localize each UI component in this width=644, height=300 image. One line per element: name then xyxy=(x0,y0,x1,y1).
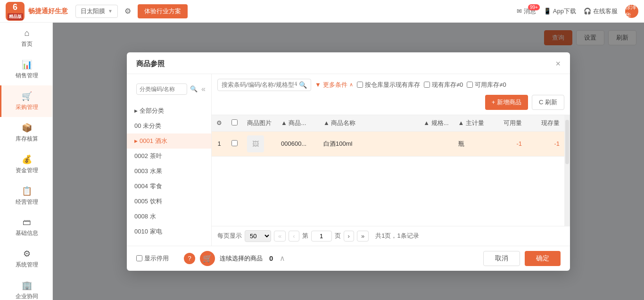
modal-title: 商品参照 xyxy=(136,59,165,68)
sidebar-label-system: 系统管理 xyxy=(16,261,38,269)
col-avail-header: 可用量 xyxy=(489,115,527,132)
filter-icon: ▼ xyxy=(315,81,321,88)
table-scrollbar[interactable] xyxy=(564,115,570,226)
cat-item-0008[interactable]: 0008 水 xyxy=(127,209,211,224)
page-suffix-label: 页 xyxy=(335,232,341,240)
category-panel-header: 🔍 « xyxy=(127,78,211,100)
product-search-icon[interactable]: 🔍 xyxy=(299,81,307,89)
col-name-header: ▲ 商品名称 xyxy=(319,115,419,132)
cat-item-00[interactable]: 00 未分类 xyxy=(127,118,211,133)
message-icon: ✉ xyxy=(517,8,522,15)
sidebar-label-home: 首页 xyxy=(21,40,33,48)
logo: 6 精品版 xyxy=(6,2,25,21)
sidebar-item-purchase[interactable]: 🛒 采购管理 xyxy=(0,85,52,117)
warehouse-checkbox[interactable] xyxy=(357,82,363,88)
cat-item-0001[interactable]: ▶ 0001 酒水 xyxy=(127,133,211,149)
cat-item-0005[interactable]: 0005 饮料 xyxy=(127,194,211,209)
modal-overlay: 商品参照 × 🔍 « xyxy=(53,23,644,300)
prev-page-button[interactable]: ‹ xyxy=(289,231,299,242)
cart-button[interactable]: 🛒 xyxy=(200,251,215,266)
product-panel: 🔍 ▼ 更多条件 ∧ 按仓库显示现有库存 xyxy=(212,74,570,246)
content-area: 查询 设置 刷新 商品参照 × xyxy=(53,23,644,300)
modal-footer: 显示停用 ? 🛒 连续选择的商品 0 ∧ 取消 确定 xyxy=(127,246,570,271)
sidebar-item-ops[interactable]: 📋 经营管理 xyxy=(0,180,52,212)
cat-item-0002[interactable]: 0002 茶叶 xyxy=(127,149,211,164)
stock-checkbox-label[interactable]: 现有库存≠0 xyxy=(424,81,463,89)
row-checkbox[interactable] xyxy=(231,140,238,146)
avail-checkbox[interactable] xyxy=(467,82,473,88)
user-avatar[interactable]: 徐泽华 xyxy=(625,5,638,18)
confirm-button[interactable]: 确定 xyxy=(525,251,561,266)
cell-stock: -1 xyxy=(527,131,564,156)
service-button[interactable]: 🎧 在线客服 xyxy=(584,7,618,16)
warehouse-checkbox-label[interactable]: 按仓库显示现有库存 xyxy=(357,81,420,89)
add-product-button[interactable]: + 新增商品 xyxy=(485,95,528,110)
sidebar-label-ops: 经营管理 xyxy=(16,198,38,206)
sidebar-item-home[interactable]: ⌂ 首页 xyxy=(0,23,52,54)
footer-collapse-button[interactable]: ∧ xyxy=(280,254,285,263)
table-scrollbar-thumb[interactable] xyxy=(565,120,569,164)
category-search: 🔍 xyxy=(132,81,201,98)
category-search-input[interactable] xyxy=(136,83,187,95)
base-icon: 🗃 xyxy=(23,217,31,227)
sales-icon: 📊 xyxy=(22,59,32,70)
product-modal: 商品参照 × 🔍 « xyxy=(127,52,570,271)
main-layout: ⌂ 首页 📊 销售管理 🛒 采购管理 📦 库存核算 💰 资金管理 📋 经营管理 … xyxy=(0,23,644,300)
sidebar-item-inventory[interactable]: 📦 库存核算 xyxy=(0,117,52,149)
product-search-input[interactable] xyxy=(222,81,297,88)
sidebar-label-finance: 资金管理 xyxy=(16,167,38,175)
footer-cart-section: ? 🛒 连续选择的商品 0 ∧ xyxy=(184,251,285,266)
show-disabled-label[interactable]: 显示停用 xyxy=(136,254,169,263)
col-spec-header: ▲ 规格... xyxy=(419,115,453,132)
select-all-checkbox[interactable] xyxy=(231,119,238,125)
first-page-button[interactable]: « xyxy=(274,231,286,242)
category-list: ▶ 全部分类 00 未分类 ▶ 0001 酒水 0002 茶 xyxy=(127,100,211,242)
cat-item-0003[interactable]: 0003 水果 xyxy=(127,164,211,179)
cat-item-0004[interactable]: 0004 零食 xyxy=(127,179,211,194)
product-image: 🖼 xyxy=(247,135,264,152)
cell-unit: 瓶 xyxy=(454,131,489,156)
per-page-select[interactable]: 50 100 200 xyxy=(245,230,271,242)
cell-spec xyxy=(419,131,453,156)
home-icon: ⌂ xyxy=(25,28,30,38)
headset-icon: 🎧 xyxy=(584,8,591,15)
selected-label: 连续选择的商品 xyxy=(220,254,263,263)
sidebar-item-base[interactable]: 🗃 基础信息 xyxy=(0,212,52,243)
category-search-icon[interactable]: 🔍 xyxy=(190,85,198,92)
category-collapse-button[interactable]: « xyxy=(201,85,206,93)
last-page-button[interactable]: » xyxy=(357,231,369,242)
sidebar-item-corp[interactable]: 🏢 企业协同 xyxy=(0,275,52,300)
table-row[interactable]: 1 🖼 xyxy=(212,131,564,156)
per-page-label: 每页显示 xyxy=(217,232,242,240)
page-input[interactable] xyxy=(311,231,332,242)
cat-item-0010[interactable]: 0010 家电 xyxy=(127,224,211,239)
col-checkbox-header xyxy=(227,115,242,132)
cancel-button[interactable]: 取消 xyxy=(483,251,520,266)
sidebar-item-system[interactable]: ⚙ 系统管理 xyxy=(0,243,52,275)
show-disabled-checkbox[interactable] xyxy=(136,255,142,261)
modal-close-button[interactable]: × xyxy=(555,59,561,69)
sidebar-label-inventory: 库存核算 xyxy=(16,135,38,143)
cat-item-all[interactable]: ▶ 全部分类 xyxy=(127,103,211,118)
app-download-button[interactable]: 📱 App下载 xyxy=(544,7,576,16)
store-dropdown[interactable]: 日太阳膜 ▼ xyxy=(75,5,118,18)
cell-img: 🖼 xyxy=(242,131,276,156)
gear-button[interactable]: ⚙ xyxy=(122,4,134,18)
stock-checkbox[interactable] xyxy=(424,82,430,88)
cart-icon: 🛒 xyxy=(203,254,212,263)
message-button[interactable]: ✉ 消息 99+ xyxy=(517,7,536,16)
modal-header: 商品参照 × xyxy=(127,52,570,74)
ops-icon: 📋 xyxy=(22,186,32,196)
refresh-product-button[interactable]: C 刷新 xyxy=(532,95,564,110)
sidebar-item-finance[interactable]: 💰 资金管理 xyxy=(0,149,52,180)
product-table-scroll[interactable]: ⚙ 商品图片 ▲ 商品... xyxy=(212,115,564,226)
avail-checkbox-label[interactable]: 可用库存≠0 xyxy=(467,81,506,89)
trial-button[interactable]: 体验行业方案 xyxy=(138,4,188,18)
sidebar-label-base: 基础信息 xyxy=(16,229,38,237)
more-filter-button[interactable]: ▼ 更多条件 ∧ xyxy=(315,81,353,89)
next-page-button[interactable]: › xyxy=(344,231,354,242)
sidebar-item-sales[interactable]: 📊 销售管理 xyxy=(0,54,52,85)
modal-body: 🔍 « ▶ 全部分类 00 未分类 xyxy=(127,74,570,246)
cell-checkbox[interactable] xyxy=(227,131,242,156)
help-button[interactable]: ? xyxy=(184,253,195,264)
